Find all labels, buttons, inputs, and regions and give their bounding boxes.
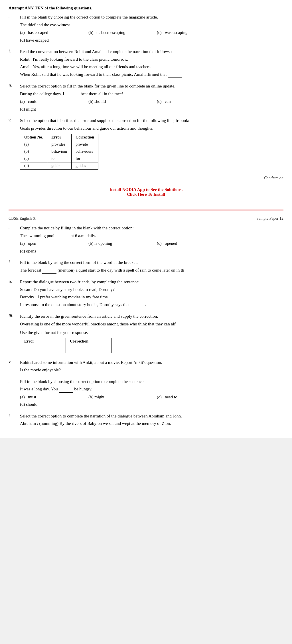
qv-content: Select the option that identifies the er… <box>20 117 283 172</box>
p2qx-content: Rohit shared some information with Ankit… <box>20 359 283 374</box>
p2qlast-sentence: Abraham : (humming) By the rivers of Bab… <box>20 420 283 427</box>
row-c-num: (c) <box>20 155 47 162</box>
install-line1[interactable]: Install NODIA App to See the Solutions. <box>9 187 283 192</box>
p2q1-opt-b: (b) is opening <box>88 240 157 247</box>
p2-col-correction: Correction <box>66 338 111 345</box>
p2q1-sentence: The swimming pool at 6 a.m. daily. <box>20 233 283 239</box>
q1-sentence: The thief and the eye-witness . <box>20 22 283 28</box>
row-a-num: (a) <box>20 141 47 148</box>
p2qiii-num: iii. <box>9 313 20 318</box>
qii-opt-c: (c) can <box>157 98 225 105</box>
row-b-correction: behaviours <box>72 148 98 155</box>
col-option-no: Option No. <box>20 134 47 141</box>
blank-i <box>168 71 182 78</box>
p2qi-sentence: The forecast (mention) a quiet start to … <box>20 267 283 274</box>
p2qiii-content: Identify the error in the given sentence… <box>20 313 283 355</box>
blank-p2-1 <box>56 233 70 239</box>
p2qfill-opt-d: (d) should <box>20 401 88 408</box>
install-line2[interactable]: Click Here To Install <box>9 192 283 197</box>
page-content: Attempt ANY TEN of the following questio… <box>0 0 292 438</box>
row-d-correction: guides <box>72 162 98 170</box>
continue-label: Continue on <box>264 176 283 180</box>
page-separator <box>9 204 283 204</box>
p2qfill-options: (a) must (b) might (c) need to (d) shoul… <box>20 394 283 409</box>
p2-question-1: . Complete the notice by filling in the … <box>9 225 283 255</box>
qi-line1: Rohit : I'm really looking forward to th… <box>20 56 283 63</box>
p2qi-num: i. <box>9 259 20 264</box>
blank-ii <box>65 91 80 97</box>
q1-num: . <box>9 14 20 19</box>
table-row: (a) provides provide <box>20 141 98 148</box>
p2qii-line2: Dorothy : I prefer watching movies in my… <box>20 294 283 300</box>
qii-opt-d: (d) might <box>20 106 88 113</box>
p2-row1-correction <box>66 345 111 353</box>
question-v: v. Select the option that identifies the… <box>9 117 283 172</box>
blank-p2-fill <box>59 386 73 393</box>
p2qiii-table: Error Correction <box>20 338 111 353</box>
p2qii-num: ii. <box>9 279 20 284</box>
p2q1-opt-c: (c) opened <box>157 240 225 247</box>
qii-options: (a) could (b) should (c) can (d) might <box>20 98 283 113</box>
blank-p2-i <box>42 267 56 274</box>
qii-num: ii. <box>9 83 20 88</box>
qi-line3: When Rohit said that he was looking forw… <box>20 71 283 78</box>
qi-line2: Amal : Yes, after a long time we will be… <box>20 64 283 70</box>
q1-text: Fill in the blank by choosing the correc… <box>20 14 283 21</box>
p2qfill-opt-a: (a) must <box>20 394 88 400</box>
p2qi-text: Fill in the blank by using the correct f… <box>20 259 283 266</box>
table-row: (c) to for <box>20 155 98 162</box>
table-row: (d) guide guides <box>20 162 98 170</box>
qv-num: v. <box>9 117 20 123</box>
p2q1-opt-d: (d) opens <box>20 248 88 254</box>
p2qfill-sentence: It was a long day. You be hungry. <box>20 386 283 393</box>
blank-1 <box>71 22 86 28</box>
p2q1-content: Complete the notice by filling in the bl… <box>20 225 283 255</box>
q1-options: (a) has escaped (b) has been escaping (c… <box>20 29 283 44</box>
qii-text: Select the correct option to fill in the… <box>20 83 283 89</box>
p2qlast-content: Select the correct option to complete th… <box>20 413 283 428</box>
row-a-correction: provide <box>72 141 98 148</box>
row-d-error: guide <box>47 162 72 170</box>
q1-opt-c: (c) was escaping <box>157 29 225 36</box>
qii-opt-a: (a) could <box>20 98 88 105</box>
page2-header: CBSE English X Sample Paper 12 <box>9 216 283 221</box>
p2qlast-text: Select the correct option to complete th… <box>20 413 283 419</box>
p2-question-x: x. Rohit shared some information with An… <box>9 359 283 374</box>
p2-question-ii: ii. Report the dialogue between two frie… <box>9 279 283 309</box>
qi-text: Read the conversation between Rohit and … <box>20 48 283 55</box>
row-b-error: behaviour <box>47 148 72 155</box>
q1-opt-a: (a) has escaped <box>20 29 88 36</box>
p2qfill-num: . <box>9 378 20 384</box>
qi-num: i. <box>9 48 20 54</box>
question-i: i. Read the conversation between Rohit a… <box>9 48 283 79</box>
p2qx-text: Rohit shared some information with Ankit… <box>20 359 283 366</box>
p2qfill-opt-b: (b) might <box>88 394 157 400</box>
question-ii: ii. Select the correct option to fill in… <box>9 83 283 113</box>
row-c-error: to <box>47 155 72 162</box>
p2-question-iii: iii. Identify the error in the given sen… <box>9 313 283 355</box>
p2qx-sentence: Is the movie enjoyable? <box>20 367 283 373</box>
qii-content: Select the correct option to fill in the… <box>20 83 283 113</box>
p2qiii-text: Identify the error in the given sentence… <box>20 313 283 320</box>
p2q1-num: . <box>9 225 20 230</box>
p2-question-last: i Select the correct option to complete … <box>9 413 283 428</box>
page-heading: Attempt ANY TEN of the following questio… <box>9 6 283 11</box>
p2qlast-num: i <box>9 413 20 418</box>
col-error: Error <box>47 134 72 141</box>
p2-col-error: Error <box>20 338 66 345</box>
p2-table-row <box>20 345 111 353</box>
p2q1-text: Complete the notice by filling in the bl… <box>20 225 283 231</box>
p2q1-opt-a: (a) open <box>20 240 88 247</box>
table-row: (b) behaviour behaviours <box>20 148 98 155</box>
qv-table: Option No. Error Correction (a) provides… <box>20 134 98 170</box>
p2qii-line3: In response to the question about story … <box>20 301 283 308</box>
p2-row1-error <box>20 345 66 353</box>
qi-content: Read the conversation between Rohit and … <box>20 48 283 79</box>
p2qx-num: x. <box>9 359 20 364</box>
install-banner[interactable]: Install NODIA App to See the Solutions. … <box>9 186 283 199</box>
page2-section: CBSE English X Sample Paper 12 . Complet… <box>9 216 283 428</box>
row-b-num: (b) <box>20 148 47 155</box>
p2qiii-sentence: Overeating is one of the more wonderful … <box>20 321 283 327</box>
p2-question-i: i. Fill in the blank by using the correc… <box>9 259 283 275</box>
p2qfill-content: Fill in the blank by choosing the correc… <box>20 378 283 409</box>
